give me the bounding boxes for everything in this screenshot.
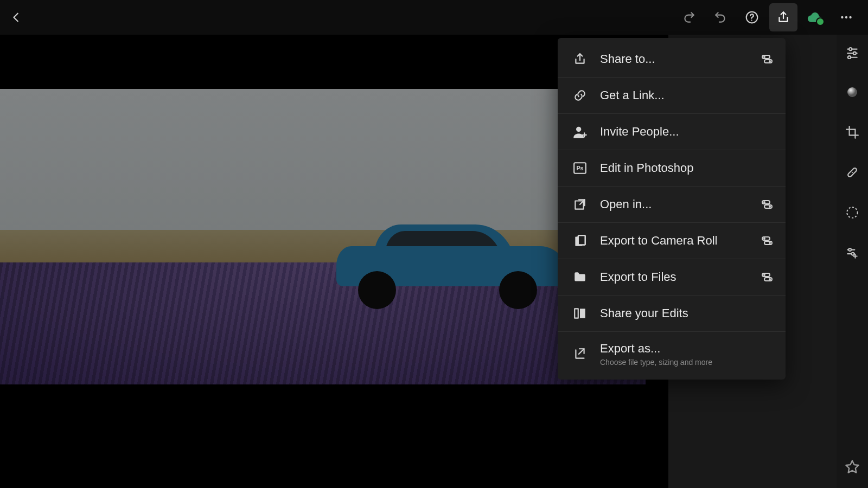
menu-label: Get a Link...: [600, 88, 665, 102]
sliders-icon: [845, 45, 859, 59]
redo-icon: [682, 10, 696, 24]
overflow-button[interactable]: [832, 3, 860, 31]
svg-point-18: [852, 253, 854, 255]
svg-point-45: [763, 274, 765, 276]
menu-share-edits[interactable]: Share your Edits: [558, 296, 786, 332]
share-menu: Share to... Get a Link... Invite People.…: [558, 38, 786, 380]
menu-label: Export as...: [600, 342, 712, 356]
redo-button[interactable]: [675, 3, 703, 31]
svg-point-34: [763, 201, 765, 203]
svg-point-4: [849, 16, 851, 18]
options-icon[interactable]: [761, 53, 774, 66]
sync-ok-badge: [816, 17, 825, 26]
menu-get-link[interactable]: Get a Link...: [558, 78, 786, 114]
dashed-circle-icon: [845, 206, 859, 220]
menu-edit-photoshop[interactable]: Ps Edit in Photoshop: [558, 150, 786, 187]
sphere-icon: [846, 86, 859, 99]
person-add-icon: [572, 124, 588, 140]
svg-point-43: [769, 242, 771, 244]
svg-point-13: [852, 172, 853, 173]
share-up-icon: [572, 51, 588, 67]
share-edits-icon: [572, 305, 588, 322]
top-bar: [0, 0, 868, 35]
svg-point-11: [847, 87, 857, 97]
svg-rect-49: [580, 309, 585, 318]
rate-button[interactable]: [841, 455, 863, 477]
menu-export-camera-roll[interactable]: Export to Camera Roll: [558, 223, 786, 259]
tool-crop[interactable]: [841, 121, 863, 143]
svg-point-14: [847, 207, 858, 218]
svg-point-3: [845, 16, 847, 18]
options-icon[interactable]: [761, 271, 774, 284]
undo-icon: [713, 10, 727, 24]
svg-point-2: [841, 16, 843, 18]
share-icon: [776, 10, 790, 24]
svg-point-47: [769, 278, 771, 280]
menu-share-to[interactable]: Share to...: [558, 41, 786, 78]
svg-point-8: [853, 52, 856, 55]
svg-point-6: [849, 48, 852, 50]
back-button[interactable]: [0, 0, 33, 35]
menu-label: Share to...: [600, 52, 655, 66]
menu-open-in[interactable]: Open in...: [558, 187, 786, 223]
svg-point-25: [769, 60, 771, 62]
svg-marker-21: [846, 461, 858, 473]
svg-line-50: [579, 349, 584, 354]
help-icon: [745, 10, 759, 24]
menu-label: Open in...: [600, 197, 652, 211]
open-in-icon: [572, 196, 588, 213]
menu-label: Invite People...: [600, 125, 679, 139]
photoshop-icon: Ps: [572, 160, 588, 176]
svg-point-10: [848, 56, 851, 59]
link-icon: [572, 87, 588, 104]
svg-point-23: [763, 56, 765, 58]
chevron-left-icon: [10, 11, 22, 23]
svg-rect-38: [578, 235, 585, 245]
svg-point-41: [763, 237, 765, 240]
share-button[interactable]: [769, 3, 797, 31]
tool-presets[interactable]: [841, 242, 863, 264]
help-button[interactable]: [738, 3, 766, 31]
menu-export-as[interactable]: Export as... Choose file type, sizing an…: [558, 332, 786, 376]
menu-label: Share your Edits: [600, 306, 688, 320]
tool-color[interactable]: [841, 81, 863, 103]
options-icon[interactable]: [761, 198, 774, 211]
more-icon: [839, 10, 853, 24]
camera-roll-icon: [572, 233, 588, 249]
svg-text:Ps: Ps: [576, 165, 583, 171]
menu-subtitle: Choose file type, sizing and more: [600, 358, 712, 367]
bandage-icon: [845, 165, 859, 179]
menu-label: Edit in Photoshop: [600, 161, 693, 175]
folder-icon: [572, 269, 588, 285]
tool-heal[interactable]: [841, 162, 863, 183]
cloud-sync-button[interactable]: [801, 3, 829, 31]
tool-mask[interactable]: [841, 202, 863, 223]
sliders-plus-icon: [845, 246, 859, 260]
options-icon[interactable]: [761, 234, 774, 247]
svg-point-1: [751, 20, 752, 21]
star-icon: [845, 459, 860, 474]
top-right-controls: [675, 3, 868, 31]
tool-adjust[interactable]: [841, 41, 863, 63]
photo-canvas[interactable]: [0, 35, 646, 384]
tool-rail: [837, 35, 868, 488]
crop-icon: [845, 125, 859, 139]
export-icon: [572, 346, 588, 362]
menu-label: Export to Camera Roll: [600, 234, 717, 248]
svg-point-36: [769, 206, 771, 208]
undo-button[interactable]: [706, 3, 735, 31]
menu-label: Export to Files: [600, 270, 676, 284]
photo-car: [336, 224, 570, 306]
svg-point-26: [576, 127, 581, 132]
svg-point-16: [848, 248, 851, 251]
menu-export-files[interactable]: Export to Files: [558, 259, 786, 296]
menu-invite-people[interactable]: Invite People...: [558, 114, 786, 150]
svg-rect-48: [575, 309, 578, 318]
